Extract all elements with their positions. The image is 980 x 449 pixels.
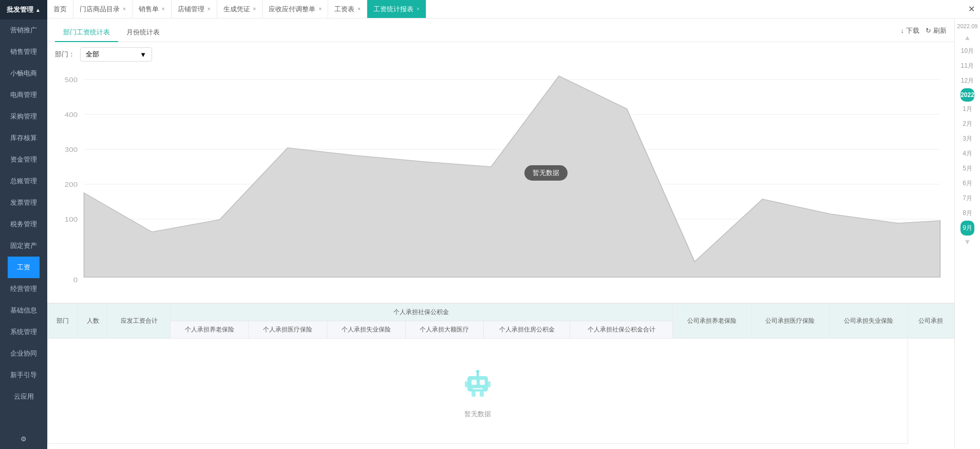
tab-bar: 首页门店商品目录×销售单×店铺管理×生成凭证×应收应付调整单×工资表×工资统计报… bbox=[47, 0, 980, 18]
col-header-p-total: 个人承担社保公积金合计 bbox=[570, 321, 673, 339]
timeline-item-9月[interactable]: 9月 bbox=[960, 221, 974, 236]
sidebar-item-经营管理[interactable]: 经营管理 bbox=[8, 278, 40, 300]
timeline-item-2022[interactable]: 2022 bbox=[960, 88, 974, 102]
sidebar-item-发票管理[interactable]: 发票管理 bbox=[8, 192, 40, 213]
download-label: 下载 bbox=[906, 26, 919, 35]
tab-label: 工资统计报表 bbox=[373, 5, 413, 14]
sub-tab-部门工资统计表[interactable]: 部门工资统计表 bbox=[55, 24, 118, 42]
table-area: 部门 人数 应发工资合计 个人承担社保公积金 公司承担养老保险 公司承担医疗保险… bbox=[47, 303, 954, 449]
timeline-item-6月[interactable]: 6月 bbox=[958, 176, 976, 191]
timeline-nav-up[interactable]: ▲ bbox=[964, 31, 971, 44]
chart-no-data-badge: 暂无数据 bbox=[524, 165, 568, 181]
sidebar-item-总账管理[interactable]: 总账管理 bbox=[8, 170, 40, 192]
no-data-cell: 暂无数据 bbox=[48, 339, 908, 444]
tab-门店商品目录[interactable]: 门店商品目录× bbox=[73, 0, 133, 18]
svg-text:0: 0 bbox=[73, 277, 78, 283]
timeline-nav-down[interactable]: ▼ bbox=[964, 236, 971, 248]
tab-label: 工资表 bbox=[334, 5, 354, 14]
timeline-item-10月[interactable]: 10月 bbox=[958, 44, 976, 58]
sidebar-item-采购管理[interactable]: 采购管理 bbox=[8, 106, 40, 127]
tab-close-icon[interactable]: × bbox=[318, 6, 322, 12]
sidebar-item-电商管理[interactable]: 电商管理 bbox=[8, 84, 40, 106]
tab-close-icon[interactable]: × bbox=[253, 6, 256, 12]
sidebar-item-系统管理[interactable]: 系统管理 bbox=[8, 321, 40, 343]
tab-label: 生成凭证 bbox=[223, 5, 250, 14]
sidebar-settings[interactable]: ⚙ bbox=[0, 429, 47, 449]
salary-chart: 500 400 300 200 100 0 bbox=[55, 72, 947, 287]
tab-首页[interactable]: 首页 bbox=[47, 0, 73, 18]
timeline-item-8月[interactable]: 8月 bbox=[958, 206, 976, 221]
timeline-item-5月[interactable]: 5月 bbox=[958, 161, 976, 176]
tab-销售单[interactable]: 销售单× bbox=[133, 0, 172, 18]
timeline-item-1月[interactable]: 1月 bbox=[958, 102, 976, 116]
tab-店铺管理[interactable]: 店铺管理× bbox=[172, 0, 217, 18]
timeline-item-12月[interactable]: 12月 bbox=[958, 73, 976, 88]
download-button[interactable]: ↓ 下载 bbox=[901, 26, 920, 35]
svg-text:100: 100 bbox=[65, 216, 78, 223]
timeline-item-2月[interactable]: 2月 bbox=[958, 116, 976, 131]
sub-tabs-bar: 部门工资统计表月份统计表 ↓ 下载 ↻ 刷新 bbox=[47, 18, 954, 42]
sidebar-item-销售管理[interactable]: 销售管理 bbox=[8, 41, 40, 63]
no-data-robot-icon bbox=[457, 363, 498, 404]
tab-label: 店铺管理 bbox=[178, 5, 204, 14]
sidebar-item-企业协同[interactable]: 企业协同 bbox=[8, 343, 40, 364]
filter-bar: 部门： 全部 ▼ bbox=[47, 42, 954, 67]
tab-close-icon[interactable]: × bbox=[162, 6, 165, 12]
tab-工资统计报表[interactable]: 工资统计报表× bbox=[367, 0, 426, 18]
tab-close-icon[interactable]: × bbox=[417, 6, 420, 12]
department-select[interactable]: 全部 ▼ bbox=[80, 47, 152, 62]
col-header-dept: 部门 bbox=[48, 304, 78, 339]
sidebar-item-云应用[interactable]: 云应用 bbox=[8, 386, 40, 407]
sidebar-arrow-icon: ▲ bbox=[35, 7, 41, 13]
tab-close-icon[interactable]: × bbox=[123, 6, 126, 12]
sidebar-header[interactable]: 批发管理 ▲ bbox=[0, 0, 47, 19]
department-select-value: 全部 bbox=[86, 50, 99, 59]
sub-tab-月份统计表[interactable]: 月份统计表 bbox=[118, 24, 168, 42]
tab-应收应付调整单[interactable]: 应收应付调整单× bbox=[262, 0, 328, 18]
svg-point-18 bbox=[476, 370, 479, 373]
toolbar: ↓ 下载 ↻ 刷新 bbox=[901, 26, 947, 40]
svg-marker-12 bbox=[84, 76, 940, 277]
svg-rect-15 bbox=[480, 380, 485, 385]
sidebar-item-工资[interactable]: 工资 bbox=[8, 257, 40, 278]
sidebar-item-库存核算[interactable]: 库存核算 bbox=[8, 127, 40, 149]
timeline-item-7月[interactable]: 7月 bbox=[958, 191, 976, 206]
col-header-count: 人数 bbox=[78, 304, 108, 339]
col-header-p-housing: 个人承担住房公积金 bbox=[484, 321, 570, 339]
sidebar-item-营销推广[interactable]: 营销推广 bbox=[8, 19, 40, 41]
refresh-icon: ↻ bbox=[926, 27, 931, 34]
sidebar-item-新手引导[interactable]: 新手引导 bbox=[8, 364, 40, 386]
sidebar-item-小畅电商[interactable]: 小畅电商 bbox=[8, 63, 40, 84]
svg-text:500: 500 bbox=[65, 76, 78, 83]
timeline-panel: 2022.09 ▲ 10月11月12月20221月2月3月4月5月6月7月8月9… bbox=[954, 18, 980, 449]
page-content: 部门工资统计表月份统计表 ↓ 下载 ↻ 刷新 部门： 全部 ▼ bbox=[47, 18, 954, 449]
sidebar-item-固定资产[interactable]: 固定资产 bbox=[8, 235, 40, 257]
timeline-item-4月[interactable]: 4月 bbox=[958, 146, 976, 161]
tab-close-icon[interactable]: × bbox=[208, 6, 211, 12]
col-header-p-old: 个人承担养老保险 bbox=[170, 321, 249, 339]
timeline-item-11月[interactable]: 11月 bbox=[958, 58, 976, 73]
tab-close-icon[interactable]: × bbox=[357, 6, 361, 12]
col-header-p-unemploy: 个人承担失业保险 bbox=[327, 321, 405, 339]
tab-工资表[interactable]: 工资表× bbox=[328, 0, 367, 18]
tab-label: 销售单 bbox=[139, 5, 159, 14]
timeline-item-3月[interactable]: 3月 bbox=[958, 131, 976, 146]
refresh-label: 刷新 bbox=[933, 26, 947, 35]
col-header-company-unemploy: 公司承担失业保险 bbox=[830, 304, 908, 339]
sidebar: 批发管理 ▲ 营销推广销售管理小畅电商电商管理采购管理库存核算资金管理总账管理发… bbox=[0, 0, 47, 449]
main-area: 首页门店商品目录×销售单×店铺管理×生成凭证×应收应付调整单×工资表×工资统计报… bbox=[47, 0, 980, 449]
svg-rect-16 bbox=[473, 388, 483, 389]
col-header-company-old: 公司承担养老保险 bbox=[673, 304, 751, 339]
sidebar-item-税务管理[interactable]: 税务管理 bbox=[8, 213, 40, 235]
table-container[interactable]: 部门 人数 应发工资合计 个人承担社保公积金 公司承担养老保险 公司承担医疗保险… bbox=[47, 303, 954, 449]
sidebar-title: 批发管理 bbox=[7, 5, 33, 14]
svg-rect-21 bbox=[472, 392, 476, 397]
close-all-tabs-button[interactable]: ✕ bbox=[963, 0, 980, 18]
sidebar-item-资金管理[interactable]: 资金管理 bbox=[8, 149, 40, 170]
svg-text:400: 400 bbox=[65, 111, 78, 118]
tab-生成凭证[interactable]: 生成凭证× bbox=[217, 0, 263, 18]
sidebar-item-基础信息[interactable]: 基础信息 bbox=[8, 300, 40, 321]
salary-table: 部门 人数 应发工资合计 个人承担社保公积金 公司承担养老保险 公司承担医疗保险… bbox=[47, 303, 954, 444]
chart-no-data-text: 暂无数据 bbox=[533, 169, 559, 177]
refresh-button[interactable]: ↻ 刷新 bbox=[926, 26, 947, 35]
